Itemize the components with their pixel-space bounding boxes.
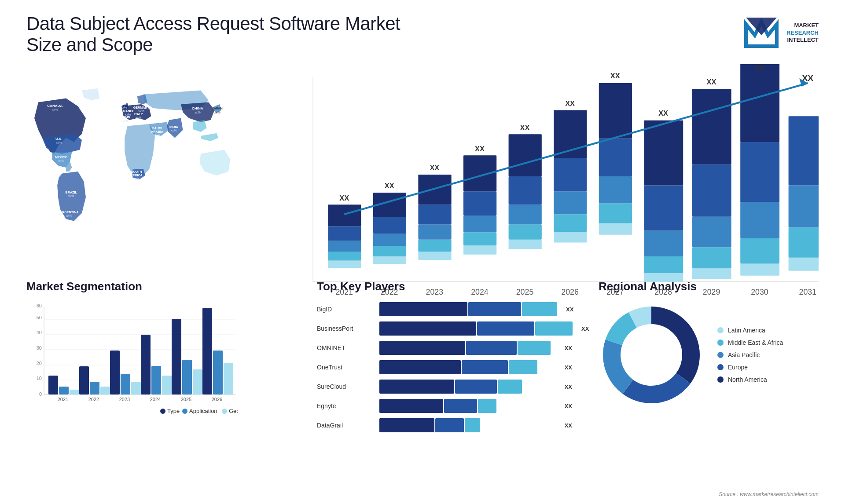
svg-rect-150 [213, 351, 223, 394]
logo-line3: INTELLECT [786, 37, 819, 44]
svg-rect-67 [554, 232, 587, 243]
svg-text:xx%: xx% [133, 177, 140, 181]
svg-text:XX: XX [565, 99, 575, 107]
segmentation-section: Market Segmentation 0 10 20 30 40 50 60 [26, 275, 299, 504]
logo-icon [742, 13, 781, 53]
svg-rect-138 [121, 374, 130, 394]
svg-rect-52 [418, 205, 451, 224]
svg-rect-83 [644, 121, 683, 186]
svg-rect-149 [202, 308, 212, 394]
svg-rect-135 [100, 387, 110, 394]
svg-rect-85 [692, 268, 731, 279]
svg-text:2024: 2024 [150, 397, 161, 402]
player-row: OMNINET XX [317, 341, 572, 355]
player-name: OneTrust [317, 364, 374, 371]
svg-rect-70 [554, 158, 587, 191]
svg-text:60: 60 [37, 303, 42, 308]
svg-rect-68 [554, 214, 587, 232]
chart-section: XX XX XX [273, 60, 845, 275]
svg-rect-97 [789, 258, 819, 271]
svg-text:xx%: xx% [214, 110, 220, 114]
svg-rect-65 [509, 134, 542, 176]
svg-rect-61 [509, 240, 542, 249]
svg-rect-63 [509, 205, 542, 224]
svg-text:2028: 2028 [654, 288, 672, 297]
svg-text:30: 30 [37, 345, 42, 351]
player-value: XX [581, 325, 589, 332]
svg-rect-94 [740, 142, 779, 202]
svg-rect-41 [328, 205, 361, 226]
svg-rect-129 [48, 376, 58, 394]
svg-rect-98 [789, 227, 819, 257]
player-bar [379, 360, 556, 374]
legend-dot [717, 364, 724, 370]
player-value: XX [565, 345, 572, 351]
svg-rect-45 [373, 234, 406, 246]
svg-rect-88 [692, 164, 731, 217]
svg-rect-73 [599, 223, 632, 235]
svg-rect-56 [463, 232, 496, 245]
svg-rect-58 [463, 191, 496, 215]
svg-text:0: 0 [39, 391, 42, 397]
legend-dot [717, 376, 724, 383]
svg-text:XX: XX [755, 64, 764, 71]
segmentation-title: Market Segmentation [26, 280, 290, 293]
svg-rect-134 [90, 382, 99, 394]
svg-rect-50 [418, 240, 451, 252]
svg-rect-92 [740, 238, 779, 263]
svg-text:xx%: xx% [171, 128, 177, 132]
svg-text:2029: 2029 [703, 288, 720, 297]
svg-text:xx%: xx% [122, 119, 129, 123]
svg-text:2021: 2021 [335, 288, 353, 297]
player-name: OMNINET [317, 344, 374, 351]
svg-text:XX: XX [475, 145, 485, 153]
svg-text:2025: 2025 [181, 397, 191, 402]
svg-rect-99 [789, 186, 819, 228]
svg-rect-79 [644, 273, 683, 282]
player-row: DataGrail XX [317, 418, 572, 432]
svg-rect-145 [172, 319, 181, 394]
svg-rect-51 [418, 224, 451, 239]
legend-label: Middle East & Africa [728, 339, 783, 346]
header: Data Subject Access Request Software Mar… [0, 0, 845, 60]
svg-rect-77 [599, 83, 632, 139]
page-title: Data Subject Access Request Software Mar… [26, 13, 422, 55]
svg-text:2023: 2023 [119, 397, 130, 402]
svg-point-164 [627, 331, 676, 379]
svg-point-155 [182, 409, 187, 414]
svg-text:CHINA: CHINA [192, 106, 203, 110]
donut-chart [599, 302, 704, 408]
svg-text:2030: 2030 [751, 288, 768, 297]
svg-text:Geography: Geography [229, 408, 238, 414]
svg-rect-147 [193, 369, 202, 394]
svg-text:xx%: xx% [56, 141, 62, 145]
svg-text:xx%: xx% [154, 133, 160, 137]
svg-text:XX: XX [658, 109, 668, 117]
svg-text:2027: 2027 [606, 288, 624, 297]
legend-item-north-america: North America [717, 376, 783, 383]
svg-text:xx%: xx% [58, 159, 64, 163]
map-section: CANADA xx% U.S. xx% MEXICO xx% BRAZIL xx… [0, 60, 273, 275]
svg-rect-69 [554, 191, 587, 214]
svg-text:U.S.: U.S. [55, 137, 62, 141]
svg-rect-95 [740, 64, 779, 142]
legend-label: North America [728, 376, 767, 383]
svg-text:XX: XX [385, 182, 394, 190]
player-bar [379, 418, 556, 432]
legend-label: Asia Pacific [728, 351, 760, 358]
svg-rect-141 [141, 335, 151, 394]
svg-rect-76 [599, 139, 632, 176]
donut-svg [599, 302, 704, 408]
svg-text:XX: XX [430, 164, 439, 172]
svg-rect-137 [110, 351, 120, 394]
svg-rect-40 [328, 226, 361, 241]
player-name: BusinessPort [317, 325, 374, 332]
player-bar [379, 399, 556, 413]
regional-legend: Latin America Middle East & Africa Asia … [717, 327, 783, 383]
svg-rect-89 [692, 89, 731, 164]
source-text: Source : www.marketresearchintellect.com [719, 491, 819, 497]
svg-text:xx%: xx% [195, 110, 201, 114]
svg-text:xx%: xx% [136, 116, 142, 120]
logo-text: MARKET RESEARCH INTELLECT [786, 22, 819, 44]
svg-rect-62 [509, 224, 542, 239]
